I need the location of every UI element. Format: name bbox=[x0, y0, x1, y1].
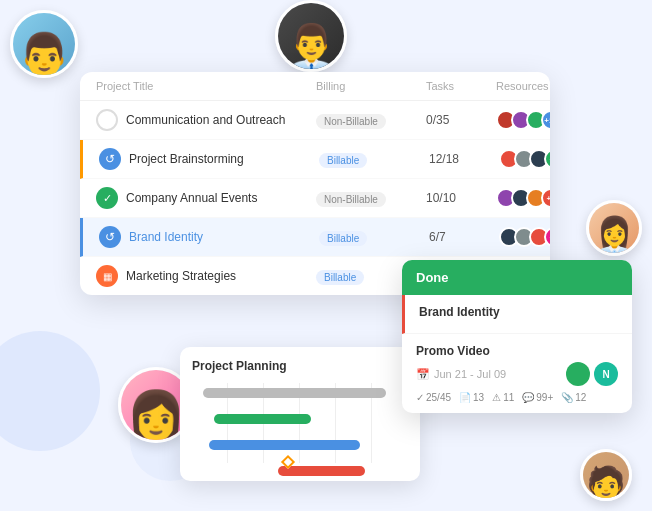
done-header: Done bbox=[402, 260, 632, 295]
stat-value: 12 bbox=[575, 392, 586, 403]
check-icon: ✓ bbox=[416, 392, 424, 403]
row-icon-green: ✓ bbox=[96, 187, 118, 209]
col-resources: Resources bbox=[496, 80, 550, 92]
date-range: Jun 21 - Jul 09 bbox=[434, 368, 506, 380]
gantt-bars bbox=[192, 383, 408, 487]
row-title: ▦ Marketing Strategies bbox=[96, 265, 316, 287]
done-panel: Done Brand Identity Promo Video 📅 Jun 21… bbox=[402, 260, 632, 413]
avatar-top-center: 👨‍💼 bbox=[275, 0, 347, 72]
tasks-text: 10/10 bbox=[426, 191, 496, 205]
stat-value: 99+ bbox=[536, 392, 553, 403]
row-title-text: Company Annual Events bbox=[126, 191, 257, 205]
done-item-promo[interactable]: Promo Video 📅 Jun 21 - Jul 09 N ✓ 25/45 … bbox=[402, 334, 632, 413]
table-row[interactable]: ✓ Company Annual Events Non-Billable 10/… bbox=[80, 179, 550, 218]
stat-value: 11 bbox=[503, 392, 514, 403]
doc-icon: 📄 bbox=[459, 392, 471, 403]
stat-tasks: ✓ 25/45 bbox=[416, 392, 451, 403]
avatars-group: +4 bbox=[496, 188, 550, 208]
billing-cell: Billable bbox=[319, 228, 429, 246]
stat-comments: 💬 99+ bbox=[522, 392, 553, 403]
chat-icon: 💬 bbox=[522, 392, 534, 403]
avatars-group: +5 bbox=[499, 149, 550, 169]
avatar-bottom-right: 🧑 bbox=[580, 449, 632, 501]
row-icon-blue: ↺ bbox=[99, 148, 121, 170]
row-title-text: Marketing Strategies bbox=[126, 269, 236, 283]
done-avatar-green bbox=[566, 362, 590, 386]
avatar-top-left: 👨 bbox=[10, 10, 78, 78]
billing-cell: Non-Billable bbox=[316, 189, 426, 207]
gantt-bar-row bbox=[192, 409, 408, 429]
warning-icon: ⚠ bbox=[492, 392, 501, 403]
stat-warnings: ⚠ 11 bbox=[492, 392, 514, 403]
billing-badge: Billable bbox=[319, 153, 367, 168]
gantt-bar-green bbox=[214, 414, 311, 424]
row-title: Communication and Outreach bbox=[96, 109, 316, 131]
done-item-title: Promo Video bbox=[416, 344, 618, 358]
gantt-bar-blue bbox=[209, 440, 360, 450]
done-item-date: 📅 Jun 21 - Jul 09 N bbox=[416, 362, 618, 386]
gantt-title: Project Planning bbox=[192, 359, 408, 373]
gantt-card: Project Planning bbox=[180, 347, 420, 481]
billing-badge: Billable bbox=[316, 270, 364, 285]
billing-badge: Non-Billable bbox=[316, 114, 386, 129]
avatars-group: +9 bbox=[499, 227, 550, 247]
table-row[interactable]: ↺ Project Brainstorming Billable 12/18 +… bbox=[80, 140, 550, 179]
clip-icon: 📎 bbox=[561, 392, 573, 403]
row-icon-blue: ↺ bbox=[99, 226, 121, 248]
row-title: ↺ Brand Identity bbox=[99, 226, 319, 248]
row-icon-orange: ▦ bbox=[96, 265, 118, 287]
tasks-text: 6/7 bbox=[429, 230, 499, 244]
gantt-bar-red bbox=[278, 466, 364, 476]
table-row[interactable]: Communication and Outreach Non-Billable … bbox=[80, 101, 550, 140]
tasks-text: 0/35 bbox=[426, 113, 496, 127]
row-title-text: Project Brainstorming bbox=[129, 152, 244, 166]
row-title-text: Brand Identity bbox=[129, 230, 203, 244]
col-billing: Billing bbox=[316, 80, 426, 92]
calendar-icon: 📅 bbox=[416, 368, 430, 381]
done-item-stats: ✓ 25/45 📄 13 ⚠ 11 💬 99+ 📎 12 bbox=[416, 392, 618, 403]
tasks-text: 12/18 bbox=[429, 152, 499, 166]
row-title-text: Communication and Outreach bbox=[126, 113, 285, 127]
table-header: Project Title Billing Tasks Resources bbox=[80, 72, 550, 101]
stat-docs: 📄 13 bbox=[459, 392, 484, 403]
gantt-bar-row bbox=[192, 435, 408, 455]
avatars-group: +12 bbox=[496, 110, 550, 130]
row-icon-empty bbox=[96, 109, 118, 131]
done-avatar-teal: N bbox=[594, 362, 618, 386]
row-title: ↺ Project Brainstorming bbox=[99, 148, 319, 170]
billing-cell: Billable bbox=[319, 150, 429, 168]
stat-value: 13 bbox=[473, 392, 484, 403]
billing-cell: Non-Billable bbox=[316, 111, 426, 129]
gantt-bar-row bbox=[192, 461, 408, 481]
done-item-title: Brand Identity bbox=[419, 305, 618, 319]
col-project: Project Title bbox=[96, 80, 316, 92]
gantt-bar-gray bbox=[203, 388, 387, 398]
done-item-brand[interactable]: Brand Identity bbox=[402, 295, 632, 334]
gantt-grid bbox=[192, 383, 408, 469]
avatar-right: 👩‍💼 bbox=[586, 200, 642, 256]
decorative-circle-1 bbox=[0, 331, 100, 451]
billing-badge: Non-Billable bbox=[316, 192, 386, 207]
col-tasks: Tasks bbox=[426, 80, 496, 92]
gantt-bar-row bbox=[192, 383, 408, 403]
billing-badge: Billable bbox=[319, 231, 367, 246]
stat-attachments: 📎 12 bbox=[561, 392, 586, 403]
stat-value: 25/45 bbox=[426, 392, 451, 403]
table-row-brand-identity[interactable]: ↺ Brand Identity Billable 6/7 +9 bbox=[80, 218, 550, 257]
done-avatars: N bbox=[566, 362, 618, 386]
row-title: ✓ Company Annual Events bbox=[96, 187, 316, 209]
